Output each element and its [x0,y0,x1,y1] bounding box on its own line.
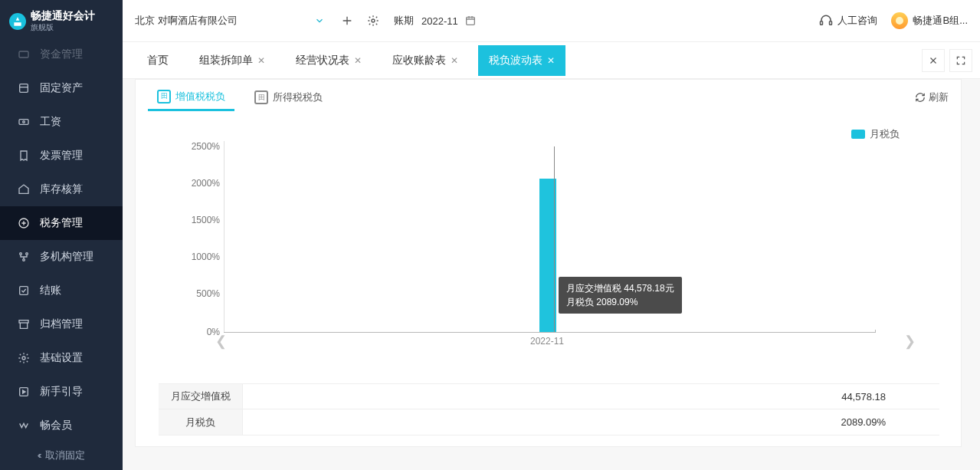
chart-marker-line [554,146,555,332]
svg-rect-9 [19,320,28,323]
content: 田 增值税税负 田 所得税税负 刷新 月税负 0% 500% 1000% 150… [123,79,980,470]
chevron-down-icon [314,15,325,26]
gear-icon [17,351,31,365]
tab-label: 经营状况表 [296,54,349,67]
grid-icon: 田 [157,90,171,104]
panel: 田 增值税税负 田 所得税税负 刷新 月税负 0% 500% 1000% 150… [135,79,962,447]
period-value[interactable]: 2022-11 [421,15,458,27]
refresh-label: 刷新 [929,90,949,104]
ytick-0: 0% [174,327,220,337]
svg-rect-0 [19,51,28,58]
org-icon [17,250,31,264]
support-button[interactable]: 人工咨询 [819,14,877,28]
tab-label: 首页 [147,54,169,67]
tax-icon [17,216,31,230]
sidebar-footer-label: 取消固定 [45,449,85,461]
chart-prev-button[interactable]: ❮ [215,333,227,350]
refresh-button[interactable]: 刷新 [915,90,949,104]
row-value: 44,578.18 [243,391,939,403]
close-icon[interactable]: ✕ [354,55,362,66]
close-icon[interactable]: ✕ [257,55,265,66]
sidebar-item-settings[interactable]: 基础设置 [0,341,123,375]
chart-next-button[interactable]: ❯ [904,333,916,350]
row-value: 2089.09% [243,416,939,428]
sidebar-item-closing[interactable]: 结账 [0,274,123,307]
sidebar-item-label: 新手引导 [40,385,83,399]
calendar-icon[interactable] [464,15,477,27]
legend-swatch [851,130,865,139]
subtab-income-tax[interactable]: 田 所得税税负 [245,84,332,111]
subtab-row: 田 增值税税负 田 所得税税负 刷新 [136,80,961,115]
sidebar-item-salary[interactable]: 工资 [0,105,123,139]
sidebar-item-label: 畅会员 [40,419,72,432]
ytick-2: 1000% [174,251,220,262]
subtab-label: 所得税税负 [273,90,323,104]
tab-tax-fluctuation[interactable]: 税负波动表 ✕ [478,45,565,76]
svg-rect-1 [20,84,28,93]
tab-receivable-aging[interactable]: 应收账龄表 ✕ [382,45,469,76]
summary-table: 月应交增值税 44,578.18 月税负 2089.09% [159,383,939,435]
table-row: 月应交增值税 44,578.18 [159,383,939,409]
archive-icon [17,317,31,331]
tab-label: 应收账龄表 [392,54,446,67]
chart: 0% 500% 1000% 1500% 2000% 2500% 2022-11 … [182,141,894,348]
sidebar-item-label: 归档管理 [40,317,83,331]
sidebar-item-label: 税务管理 [40,216,83,230]
tab-operating-report[interactable]: 经营状况表 ✕ [285,45,372,76]
brand-logo-icon [9,13,26,30]
svg-point-7 [23,259,25,261]
row-label: 月应交增值税 [159,384,243,409]
y-axis-line [224,141,225,333]
user-menu[interactable]: 畅捷通B组... [891,12,968,29]
sidebar-item-fixed-assets[interactable]: 固定资产 [0,71,123,105]
brand: 畅捷通好会计 旗舰版 [0,0,123,42]
svg-rect-2 [19,120,28,125]
vip-icon [17,419,31,432]
row-label: 月税负 [159,409,243,435]
support-label: 人工咨询 [837,14,877,28]
close-icon[interactable]: ✕ [547,55,555,66]
svg-point-12 [372,19,375,22]
sidebar-item-funds[interactable]: 资金管理 [0,38,123,71]
svg-rect-13 [466,17,474,25]
company-name: 北京 对啊酒店有限公司 [135,14,238,28]
avatar-icon [891,12,908,29]
tab-label: 税负波动表 [489,54,542,67]
tab-home[interactable]: 首页 [136,45,179,76]
x-axis-line [224,332,875,333]
close-all-button[interactable] [922,49,945,72]
svg-rect-15 [830,21,832,25]
sidebar-item-archive[interactable]: 归档管理 [0,307,123,341]
nav-list: 资金管理 固定资产 工资 发票管理 库存核算 税务管理 多机构管理 结账 [0,38,123,442]
sidebar-item-guide[interactable]: 新手引导 [0,375,123,409]
sidebar-item-member[interactable]: 畅会员 [0,409,123,442]
fullscreen-button[interactable] [949,49,972,72]
svg-rect-14 [821,21,823,25]
company-selector[interactable]: 北京 对啊酒店有限公司 [135,14,334,28]
subtab-vat[interactable]: 田 增值税税负 [148,84,234,111]
sidebar-item-multi-org[interactable]: 多机构管理 [0,240,123,274]
money-icon [17,115,31,129]
chart-legend: 月税负 [851,127,900,141]
sidebar-item-label: 工资 [40,115,61,129]
sidebar-collapse-button[interactable]: 取消固定 [0,449,123,462]
tab-assembly[interactable]: 组装拆卸单 ✕ [188,45,276,76]
box-icon [17,81,31,95]
topbar: 北京 对啊酒店有限公司 账期 2022-11 人工咨询 畅捷通B组... [123,0,980,42]
user-name: 畅捷通B组... [913,14,968,28]
house-icon [17,182,31,196]
sidebar-item-inventory[interactable]: 库存核算 [0,173,123,206]
settings-button[interactable] [366,14,380,28]
svg-point-3 [23,121,25,123]
sidebar-item-label: 结账 [40,284,61,297]
tooltip-line2: 月税负 2089.09% [566,295,674,309]
sidebar-item-tax[interactable]: 税务管理 [0,206,123,240]
subtab-label: 增值税税负 [175,90,225,104]
sidebar-item-invoice[interactable]: 发票管理 [0,139,123,173]
add-button[interactable] [340,14,354,28]
svg-rect-8 [20,287,28,295]
close-icon[interactable]: ✕ [451,55,458,66]
sidebar-item-label: 固定资产 [40,81,83,95]
sidebar-item-label: 多机构管理 [40,250,93,264]
play-icon [17,385,31,399]
